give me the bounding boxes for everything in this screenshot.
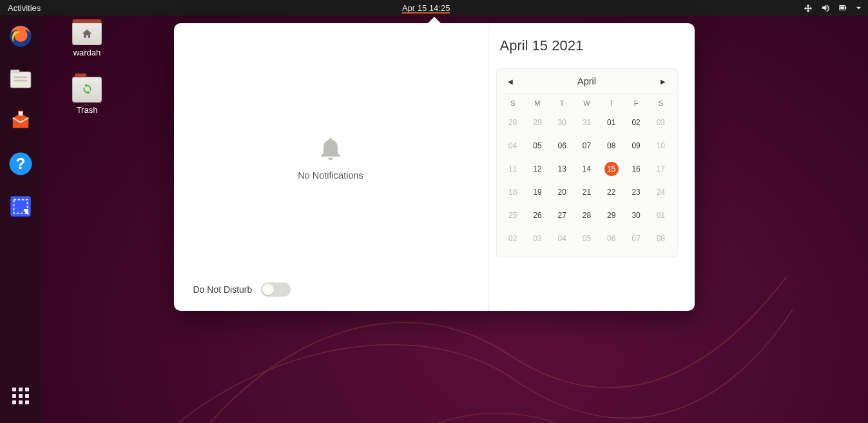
- calendar-day[interactable]: 02: [501, 227, 525, 250]
- apps-grid-icon: [12, 388, 29, 404]
- svg-rect-8: [19, 111, 23, 115]
- calendar-day[interactable]: 17: [648, 157, 673, 181]
- calendar-day[interactable]: 04: [550, 227, 574, 250]
- dock-app-screenshot[interactable]: [5, 191, 36, 222]
- calendar-day[interactable]: 07: [624, 227, 648, 250]
- desktop-item-label: wardah: [73, 48, 101, 57]
- calendar-day[interactable]: 28: [501, 111, 525, 134]
- calendar-day[interactable]: 03: [525, 227, 550, 250]
- calendar-day[interactable]: 28: [574, 204, 599, 227]
- calendar-day[interactable]: 14: [574, 157, 599, 181]
- calendar-dow: W: [574, 94, 599, 111]
- top-bar: Activities Apr 15 14:25: [0, 0, 868, 15]
- svg-rect-5: [10, 70, 19, 73]
- desktop-icons: wardah Trash: [61, 19, 113, 115]
- calendar-day[interactable]: 02: [624, 111, 648, 134]
- calendar-day[interactable]: 10: [648, 134, 673, 157]
- calendar-day[interactable]: 24: [648, 181, 673, 204]
- calendar-day[interactable]: 30: [550, 111, 574, 134]
- dnd-row: Do Not Disturb: [193, 282, 291, 297]
- prev-month-button[interactable]: ◀: [505, 75, 516, 87]
- dnd-label: Do Not Disturb: [193, 284, 253, 295]
- system-menu[interactable]: [804, 3, 868, 12]
- calendar-day[interactable]: 05: [525, 134, 550, 157]
- calendar-day[interactable]: 15: [599, 157, 624, 181]
- calendar-day[interactable]: 01: [648, 204, 673, 227]
- battery-icon: [838, 3, 847, 12]
- calendar-day[interactable]: 25: [501, 204, 525, 227]
- month-label: April: [577, 76, 596, 86]
- dock-app-software[interactable]: [5, 106, 36, 137]
- calendar-dow: S: [648, 94, 673, 111]
- calendar-dow: M: [525, 94, 550, 111]
- calendar-day[interactable]: 08: [648, 227, 673, 250]
- show-applications-button[interactable]: [5, 380, 36, 411]
- calendar-day[interactable]: 29: [525, 111, 550, 134]
- calendar-date-title: April 15 2021: [500, 37, 679, 54]
- chevron-down-icon: [856, 5, 862, 11]
- notifications-pane: No Notifications Do Not Disturb: [174, 23, 488, 311]
- calendar-day[interactable]: 19: [525, 181, 550, 204]
- activities-button[interactable]: Activities: [0, 3, 48, 13]
- next-month-button[interactable]: ▶: [657, 75, 669, 87]
- dock-app-firefox[interactable]: [5, 21, 36, 52]
- calendar-day[interactable]: 04: [501, 134, 525, 157]
- calendar-dow: T: [599, 94, 624, 111]
- notification-calendar-popover: No Notifications Do Not Disturb April 15…: [174, 23, 695, 311]
- calendar-day[interactable]: 11: [501, 157, 525, 181]
- calendar-day[interactable]: 20: [550, 181, 574, 204]
- dock: ?: [0, 15, 41, 423]
- calendar-dow: S: [501, 94, 525, 111]
- calendar-dow: T: [550, 94, 574, 111]
- calendar-day[interactable]: 05: [574, 227, 599, 250]
- no-notifications-label: No Notifications: [298, 170, 363, 181]
- trash-icon: [72, 77, 102, 103]
- calendar-day[interactable]: 18: [501, 181, 525, 204]
- dock-app-files[interactable]: [5, 63, 36, 94]
- desktop-trash[interactable]: Trash: [61, 77, 113, 115]
- desktop-folder-home[interactable]: wardah: [61, 19, 113, 57]
- calendar-day[interactable]: 07: [574, 134, 599, 157]
- calendar-day[interactable]: 30: [624, 204, 648, 227]
- network-icon: [804, 3, 813, 12]
- svg-rect-6: [14, 77, 28, 79]
- calendar-day[interactable]: 31: [574, 111, 599, 134]
- calendar-widget: ◀ April ▶ SMTWTFS 2829303101020304050607…: [496, 68, 678, 257]
- calendar-dow: F: [624, 94, 648, 111]
- calendar-day[interactable]: 22: [599, 181, 624, 204]
- calendar-day[interactable]: 13: [550, 157, 574, 181]
- calendar-day[interactable]: 29: [599, 204, 624, 227]
- svg-rect-2: [840, 6, 844, 9]
- clock-menu[interactable]: Apr 15 14:25: [397, 3, 455, 13]
- calendar-day[interactable]: 08: [599, 134, 624, 157]
- calendar-day[interactable]: 27: [550, 204, 574, 227]
- svg-text:?: ?: [16, 155, 26, 172]
- bell-icon: [316, 134, 345, 162]
- svg-rect-1: [845, 6, 846, 9]
- calendar-pane: April 15 2021 ◀ April ▶ SMTWTFS 28293031…: [488, 23, 695, 311]
- calendar-day[interactable]: 26: [525, 204, 550, 227]
- calendar-day[interactable]: 06: [550, 134, 574, 157]
- calendar-day[interactable]: 06: [599, 227, 624, 250]
- calendar-day[interactable]: 03: [648, 111, 673, 134]
- dnd-toggle[interactable]: [261, 282, 291, 297]
- calendar-day[interactable]: 01: [599, 111, 624, 134]
- desktop-item-label: Trash: [77, 105, 98, 115]
- calendar-day[interactable]: 12: [525, 157, 550, 181]
- svg-rect-7: [14, 80, 28, 82]
- dock-app-help[interactable]: ?: [5, 148, 36, 179]
- volume-icon: [821, 3, 830, 12]
- calendar-day[interactable]: 21: [574, 181, 599, 204]
- folder-home-icon: [72, 19, 102, 45]
- calendar-day[interactable]: 09: [624, 134, 648, 157]
- calendar-day[interactable]: 23: [624, 181, 648, 204]
- calendar-day[interactable]: 16: [624, 157, 648, 181]
